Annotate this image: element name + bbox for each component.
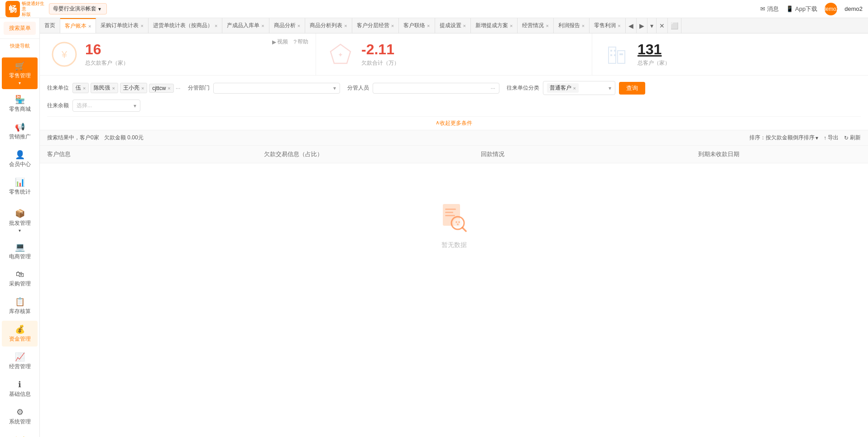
store-name: 母婴行业演示帐套: [53, 5, 96, 13]
stat-card-customers: ¥ 16 总欠款客户（家） ▶ 视频: [40, 33, 316, 75]
tag-close-chen[interactable]: ×: [112, 86, 115, 91]
tab-profit-report[interactable]: 利润报告 ×: [554, 18, 590, 33]
sidebar-item-label: 库存核算: [9, 308, 31, 315]
tab-maximize-btn[interactable]: ⬜: [668, 18, 681, 33]
help-link[interactable]: ? 帮助: [293, 38, 308, 46]
svg-rect-15: [445, 215, 455, 216]
filter-more-btn[interactable]: ···: [176, 85, 181, 91]
tab-close-icon[interactable]: ×: [297, 23, 300, 28]
tab-close-icon[interactable]: ×: [463, 23, 466, 28]
sidebar-item-inventory[interactable]: 📋 库存核算: [2, 293, 38, 319]
tab-retail-profit[interactable]: 零售利润 ×: [590, 18, 625, 33]
tab-inbound-stats[interactable]: 进货单统计表（按商品） ×: [149, 18, 222, 33]
stat-top-right: ▶ 视频 ? 帮助: [272, 38, 308, 46]
sidebar: 搜索菜单 快捷导航 🛒 零售管理 ▾ 🏪 零售商城 📢 营销推广 �: [0, 18, 40, 437]
tab-close-icon[interactable]: ×: [618, 23, 620, 28]
tab-home[interactable]: 首页: [40, 18, 60, 33]
stat-diamond-icon: ✦: [327, 41, 354, 68]
quick-nav-btn[interactable]: 快捷导航: [4, 41, 36, 51]
query-button[interactable]: 查询: [619, 82, 645, 95]
svg-point-21: [457, 223, 459, 225]
tab-commission-settings[interactable]: 提成设置 ×: [435, 18, 471, 33]
tag-close-wang[interactable]: ×: [141, 86, 144, 91]
svg-point-20: [458, 221, 460, 223]
sort-label: 排序：按欠款金额倒序排序: [749, 134, 815, 142]
tab-purchase-order-stats[interactable]: 采购订单统计表 ×: [96, 18, 148, 33]
unit-type-close-icon[interactable]: ×: [573, 86, 576, 91]
unit-type-select[interactable]: 普通客户 × ▾: [543, 81, 615, 95]
tab-customer-ledger[interactable]: 客户账本 ×: [60, 18, 96, 33]
stat-card-debt: ✦ -2.11 欠款合计（万）: [316, 33, 592, 75]
tab-close-icon[interactable]: ×: [582, 23, 585, 28]
sidebar-item-wholesale-mgmt[interactable]: 📦 批发管理 ▾: [2, 205, 38, 237]
refresh-btn[interactable]: ↻ 刷新: [844, 134, 861, 142]
store-chevron-icon: ▾: [98, 6, 101, 12]
empty-illustration: [436, 200, 472, 236]
sidebar-item-basic-info[interactable]: ℹ 基础信息: [2, 376, 38, 402]
balance-arrow-icon: ▾: [134, 103, 136, 109]
sidebar-item-operation-mgmt[interactable]: 📈 经营管理: [2, 348, 38, 374]
sidebar-item-retail-mgmt[interactable]: 🛒 零售管理 ▾: [2, 57, 38, 89]
sidebar-nav-btn: 快捷导航: [0, 39, 39, 53]
sidebar-item-retail-mall[interactable]: 🏪 零售商城: [2, 91, 38, 117]
stat-label-total: 总客户（家）: [638, 59, 670, 67]
store-selector[interactable]: 母婴行业演示帐套 ▾: [49, 3, 107, 14]
collapse-btn[interactable]: ∧ 收起更多条件: [47, 116, 861, 130]
tab-operation-status[interactable]: 经营情况 ×: [518, 18, 553, 33]
video-link[interactable]: ▶ 视频: [272, 38, 288, 46]
tab-close-icon[interactable]: ×: [261, 23, 264, 28]
tab-close-icon[interactable]: ×: [140, 23, 143, 28]
results-actions: 排序：按欠款金额倒序排序 ▾ ↑ 导出 ↻ 刷新: [749, 134, 861, 142]
tab-product-analysis-list[interactable]: 商品分析列表 ×: [305, 18, 352, 33]
retail-stats-icon: 📊: [15, 177, 25, 187]
tab-close-icon[interactable]: ×: [88, 24, 91, 29]
tab-new-commission-plan[interactable]: 新增提成方案 ×: [471, 18, 518, 33]
sidebar-item-label: 零售商城: [9, 105, 31, 113]
tag-close-cjttcw[interactable]: ×: [168, 86, 170, 91]
sidebar-item-member-center[interactable]: 👤 会员中心: [2, 146, 38, 172]
balance-select[interactable]: 选择... ▾: [72, 100, 140, 112]
avatar[interactable]: demo2: [825, 3, 837, 15]
filter-row-1: 往来单位 伍 × 陈民强 × 王小亮: [47, 81, 861, 95]
dept-select[interactable]: ▾: [213, 83, 340, 94]
tab-bar: 首页 客户账本 × 采购订单统计表 × 进货单统计表（按商品） × 产成品入库单…: [40, 18, 868, 33]
tab-product-analysis[interactable]: 商品分析 ×: [269, 18, 305, 33]
tab-close-icon[interactable]: ×: [344, 23, 347, 28]
sidebar-item-ecommerce[interactable]: 💻 电商管理: [2, 238, 38, 264]
retail-mgmt-icon: 🛒: [15, 61, 25, 71]
filter-row-2: 往来余额 选择... ▾: [47, 100, 861, 112]
tab-close-icon[interactable]: ×: [546, 23, 548, 28]
tab-prev-btn[interactable]: ◀: [626, 18, 637, 33]
tab-next-btn[interactable]: ▶: [637, 18, 647, 33]
inventory-icon: 📋: [15, 297, 25, 307]
sidebar-item-retail-stats[interactable]: 📊 零售统计: [2, 174, 38, 200]
tab-close-icon[interactable]: ×: [215, 23, 217, 28]
stat-building-icon: [603, 41, 630, 68]
tab-close-icon[interactable]: ×: [427, 23, 430, 28]
tab-close-icon[interactable]: ×: [391, 23, 394, 28]
sidebar-item-system-mgmt[interactable]: ⚙ 系统管理: [2, 404, 38, 429]
stat-content-customers: 16 总欠款客户（家）: [85, 42, 129, 67]
balance-placeholder: 选择...: [77, 102, 92, 109]
tab-customer-tier[interactable]: 客户分层经营 ×: [352, 18, 399, 33]
person-select[interactable]: ···: [373, 83, 499, 94]
message-btn[interactable]: ✉ 消息: [760, 5, 779, 13]
tab-product-inbound[interactable]: 产成品入库单 ×: [222, 18, 269, 33]
search-menu-btn[interactable]: 搜索菜单: [4, 22, 36, 35]
tab-customer-contact[interactable]: 客户联络 ×: [399, 18, 435, 33]
sort-select[interactable]: 排序：按欠款金额倒序排序 ▾: [749, 134, 818, 142]
app-download-btn[interactable]: 📱 App下载: [786, 5, 817, 13]
tab-close-all-btn[interactable]: ✕: [657, 18, 668, 33]
content-area: 首页 客户账本 × 采购订单统计表 × 进货单统计表（按商品） × 产成品入库单…: [40, 18, 868, 437]
tag-close-wu[interactable]: ×: [83, 86, 86, 91]
sidebar-item-purchase-mgmt[interactable]: 🛍 采购管理: [2, 266, 38, 291]
sidebar-item-finance-mgmt[interactable]: 💰 资金管理: [2, 321, 38, 347]
export-btn[interactable]: ↑ 导出: [824, 134, 839, 142]
sidebar-item-marketing[interactable]: 📢 营销推广: [2, 119, 38, 144]
sidebar-item-enterprise-collab[interactable]: 🤝 企业协同: [2, 431, 38, 437]
tab-close-icon[interactable]: ×: [510, 23, 513, 28]
page-content: ¥ 16 总欠款客户（家） ▶ 视频: [40, 33, 868, 437]
results-text: 搜索结果中，客户0家 欠款金额 0.00元: [47, 134, 749, 142]
tab-more-btn[interactable]: ▾: [647, 18, 657, 33]
svg-text:✦: ✦: [338, 51, 343, 58]
